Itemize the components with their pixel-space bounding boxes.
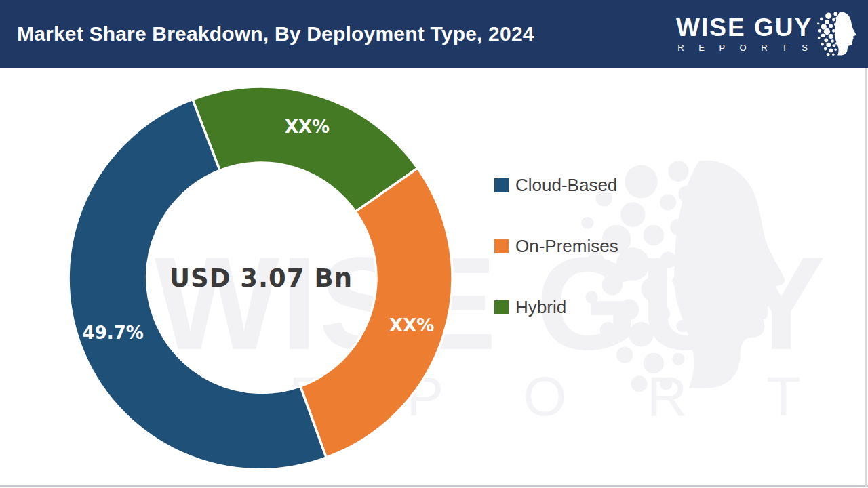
legend-swatch-on-premises-icon [494,239,509,253]
segment-label-hybrid: XX% [285,117,330,137]
segment-label-on-premises: XX% [389,315,434,336]
legend-item-hybrid: Hybrid [494,293,618,321]
legend: Cloud-Based On-Premises Hybrid [494,171,618,354]
right-border-line [865,68,867,487]
legend-label-hybrid: Hybrid [515,297,566,318]
donut-segment-on-premises [300,168,452,458]
legend-swatch-hybrid-icon [494,300,509,314]
bottom-border-line [0,485,868,487]
legend-item-on-premises: On-Premises [494,232,618,260]
legend-label-on-premises: On-Premises [515,236,618,257]
segment-label-cloud-based: 49.7% [83,323,144,343]
legend-item-cloud-based: Cloud-Based [494,171,618,199]
legend-label-cloud-based: Cloud-Based [515,175,617,196]
donut-chart: XX%XX%49.7% USD 3.07 Bn [0,0,868,488]
legend-swatch-cloud-based-icon [494,178,509,192]
donut-center-value: USD 3.07 Bn [170,264,353,293]
